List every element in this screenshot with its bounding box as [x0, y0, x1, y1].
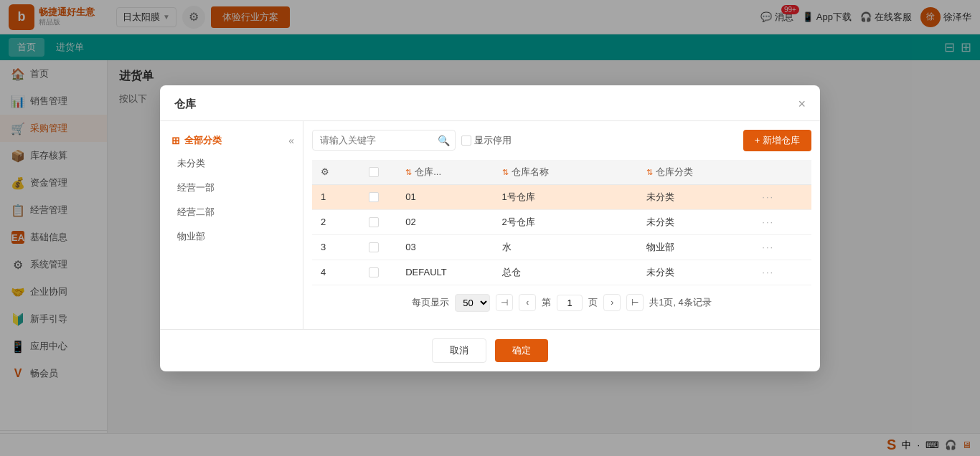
row-checkbox[interactable]: [360, 234, 397, 260]
sort-icon-cat: ⇅: [646, 168, 653, 176]
row-name: 总仓: [494, 260, 639, 285]
row-code: 01: [397, 184, 493, 209]
row-name: 1号仓库: [494, 184, 639, 209]
per-page-label: 每页显示: [412, 296, 449, 309]
row-checkbox[interactable]: [360, 209, 397, 234]
show-disabled-label: 显示停用: [474, 134, 512, 147]
category-item-property[interactable]: 物业部: [160, 224, 303, 249]
show-disabled-checkbox[interactable]: [461, 136, 471, 146]
category-item-ops1[interactable]: 经营一部: [160, 176, 303, 200]
row-more[interactable]: ···: [753, 260, 811, 285]
warehouse-table: ⚙ ⇅仓库... ⇅仓库名称 ⇅仓库分类 1 01 1号仓库 未分类 ···: [312, 160, 811, 285]
row-category: 未分类: [638, 260, 753, 285]
row-num: 1: [312, 184, 360, 209]
row-num: 2: [312, 209, 360, 234]
settings-icon: ⚙: [321, 166, 329, 177]
page-next-button[interactable]: ›: [603, 294, 621, 311]
search-icon: 🔍: [438, 135, 450, 146]
page-prev-button[interactable]: ‹: [519, 294, 536, 311]
table-row[interactable]: 2 02 2号仓库 未分类 ···: [312, 209, 811, 234]
row-more[interactable]: ···: [753, 234, 811, 260]
table-header-row: ⚙ ⇅仓库... ⇅仓库名称 ⇅仓库分类: [312, 160, 811, 185]
per-page-select[interactable]: 50: [455, 294, 490, 312]
sort-icon: ⇅: [405, 168, 412, 176]
modal-overlay: 仓库 × ⊞ 全部分类 « 未分类 经营一部 经营二部 物业部: [0, 0, 980, 456]
warehouse-modal: 仓库 × ⊞ 全部分类 « 未分类 经营一部 经营二部 物业部: [160, 85, 820, 371]
page-label: 页: [588, 296, 598, 309]
category-item-ops2[interactable]: 经营二部: [160, 200, 303, 224]
modal-body: ⊞ 全部分类 « 未分类 经营一部 经营二部 物业部 🔍: [160, 121, 820, 329]
row-name: 2号仓库: [494, 209, 639, 234]
category-item-unclassified[interactable]: 未分类: [160, 151, 303, 176]
modal-header: 仓库 ×: [160, 85, 820, 121]
table-row[interactable]: 1 01 1号仓库 未分类 ···: [312, 184, 811, 209]
th-category[interactable]: ⇅仓库分类: [638, 160, 753, 185]
modal-close-button[interactable]: ×: [798, 97, 806, 112]
page-last-button[interactable]: ⊢: [626, 294, 644, 311]
th-checkbox: [360, 160, 397, 185]
row-checkbox[interactable]: [360, 260, 397, 285]
category-header[interactable]: ⊞ 全部分类 «: [160, 130, 303, 151]
row-category: 未分类: [638, 184, 753, 209]
search-input[interactable]: [312, 130, 456, 151]
category-all-label: 全部分类: [184, 134, 222, 147]
grid-icon: ⊞: [171, 135, 180, 146]
table-toolbar: 🔍 显示停用 + 新增仓库: [312, 130, 811, 151]
table-row[interactable]: 3 03 水 物业部 ···: [312, 234, 811, 260]
total-label: 共1页, 4条记录: [649, 296, 712, 309]
th-name[interactable]: ⇅仓库名称: [494, 160, 639, 185]
collapse-icon[interactable]: «: [288, 135, 294, 146]
search-wrap: 🔍: [312, 130, 456, 151]
page-label-pre: 第: [542, 296, 551, 309]
header-checkbox[interactable]: [369, 167, 379, 177]
cancel-button[interactable]: 取消: [432, 338, 486, 363]
row-code: 02: [397, 209, 493, 234]
modal-title: 仓库: [174, 98, 196, 111]
confirm-button[interactable]: 确定: [495, 339, 548, 362]
table-panel: 🔍 显示停用 + 新增仓库 ⚙ ⇅仓库...: [303, 121, 820, 329]
row-more[interactable]: ···: [753, 209, 811, 234]
row-num: 4: [312, 260, 360, 285]
category-title: ⊞ 全部分类: [171, 134, 222, 147]
row-code: 03: [397, 234, 493, 260]
table-row[interactable]: 4 DEFAULT 总仓 未分类 ···: [312, 260, 811, 285]
category-panel: ⊞ 全部分类 « 未分类 经营一部 经营二部 物业部: [160, 121, 303, 329]
show-disabled-toggle[interactable]: 显示停用: [461, 134, 512, 147]
page-number-input[interactable]: [557, 295, 583, 311]
th-code[interactable]: ⇅仓库...: [397, 160, 493, 185]
row-code: DEFAULT: [397, 260, 493, 285]
sort-icon-name: ⇅: [502, 168, 509, 176]
row-more[interactable]: ···: [753, 184, 811, 209]
modal-footer: 取消 确定: [160, 329, 820, 371]
row-num: 3: [312, 234, 360, 260]
row-name: 水: [494, 234, 639, 260]
row-category: 物业部: [638, 234, 753, 260]
row-category: 未分类: [638, 209, 753, 234]
add-warehouse-button[interactable]: + 新增仓库: [743, 130, 811, 151]
page-first-button[interactable]: ⊣: [496, 294, 513, 311]
row-checkbox[interactable]: [360, 184, 397, 209]
th-settings: ⚙: [312, 160, 360, 185]
th-ops: [753, 160, 811, 185]
pagination: 每页显示 50 ⊣ ‹ 第 页 › ⊢ 共1页, 4条记录: [312, 285, 811, 320]
